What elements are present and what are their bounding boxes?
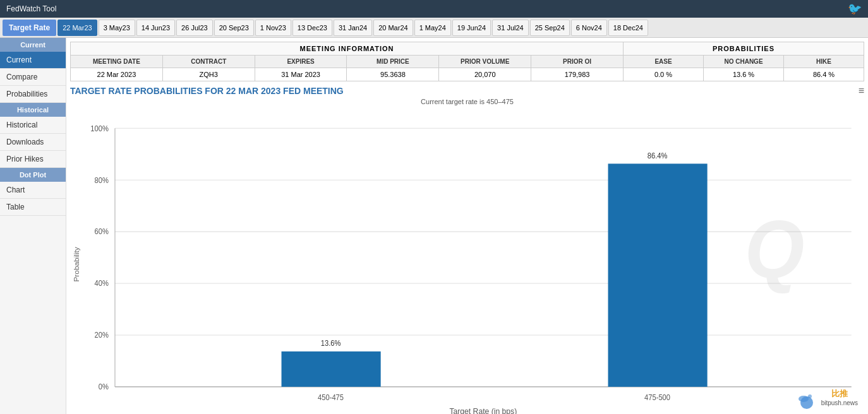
bird-icon [795,385,819,409]
sidebar-item-table[interactable]: Table [0,199,66,216]
sidebar-item-compare[interactable]: Compare [0,69,66,86]
sidebar-item-chart[interactable]: Chart [0,182,66,199]
chart-subtitle: Current target rate is 450–475 [70,98,864,105]
sidebar-section-historical: Historical [0,103,66,117]
date-tab-20-Mar24[interactable]: 20 Mar24 [373,20,413,36]
date-tab-22-Mar23[interactable]: 22 Mar23 [57,20,97,36]
meeting-info-table: MEETING INFORMATION MEETING DATE CONTRAC… [70,42,864,81]
svg-text:13.6%: 13.6% [321,340,341,347]
sidebar-item-downloads[interactable]: Downloads [0,134,66,151]
prob-cell-ease: 0.0 % [624,68,704,81]
date-tab-6-Nov24[interactable]: 6 Nov24 [571,20,607,36]
svg-text:0%: 0% [99,383,109,391]
sidebar-item-historical[interactable]: Historical [0,117,66,134]
chart-svg: 100% 80% 60% 40% 20% 0% Probability [70,108,864,414]
svg-text:100%: 100% [90,124,109,132]
meeting-info-col-headers: MEETING DATE CONTRACT EXPIRES MID PRICE … [71,56,623,68]
svg-text:40%: 40% [95,280,109,287]
meeting-info-header-row: MEETING INFORMATION MEETING DATE CONTRAC… [71,42,864,81]
prob-col-hike: HIKE [784,56,864,68]
date-tab-1-May24[interactable]: 1 May24 [414,20,451,36]
twitter-icon[interactable]: 🐦 [848,2,862,16]
app-title: FedWatch Tool [6,4,56,13]
col-prior-oi: PRIOR OI [531,56,623,68]
cell-mid-price: 95.3638 [347,68,439,81]
prob-col-no-change: NO CHANGE [704,56,784,68]
date-tab-31-Jan24[interactable]: 31 Jan24 [334,20,372,36]
chart-svg-container: 100% 80% 60% 40% 20% 0% Probability [70,108,864,414]
meeting-info-data-row: 22 Mar 2023 ZQH3 31 Mar 2023 95.3638 20,… [71,68,623,81]
prob-col-headers: EASE NO CHANGE HIKE [624,56,864,68]
cell-prior-volume: 20,070 [439,68,531,81]
col-expires: EXPIRES [255,56,347,68]
probabilities-section-title: PROBABILITIES [624,42,864,56]
date-tab-3-May23[interactable]: 3 May23 [99,20,135,36]
svg-text:Target Rate (in bps): Target Rate (in bps) [449,407,517,414]
col-contract: CONTRACT [163,56,255,68]
col-prior-volume: PRIOR VOLUME [439,56,531,68]
date-tab-1-Nov23[interactable]: 1 Nov23 [255,20,291,36]
sidebar-section-current: Current [0,38,66,52]
date-tab-19-Jun24[interactable]: 19 Jun24 [452,20,491,36]
content-area: MEETING INFORMATION MEETING DATE CONTRAC… [66,38,868,414]
svg-text:86.4%: 86.4% [648,151,668,159]
chart-title: TARGET RATE PROBABILITIES FOR 22 MAR 202… [70,86,344,96]
branding-text: 比推 bitpush.news [821,388,858,406]
date-tab-13-Dec23[interactable]: 13 Dec23 [292,20,332,36]
meeting-info-section-title: MEETING INFORMATION [71,42,623,56]
col-meeting-date: MEETING DATE [71,56,163,68]
watermark: Q [745,204,805,295]
probabilities-section: PROBABILITIES EASE NO CHANGE HIKE 0.0 % … [624,42,864,81]
date-tab-18-Dec24[interactable]: 18 Dec24 [608,20,648,36]
prob-cell-hike: 86.4 % [784,68,864,81]
svg-point-22 [808,394,812,398]
date-tab-14-Jun23[interactable]: 14 Jun23 [136,20,175,36]
branding-chinese: 比推 [831,388,848,399]
sidebar-item-probabilities[interactable]: Probabilities [0,86,66,103]
chart-title-bar: TARGET RATE PROBABILITIES FOR 22 MAR 202… [70,85,864,97]
cell-expires: 31 Mar 2023 [255,68,347,81]
date-tab-25-Sep24[interactable]: 25 Sep24 [530,20,570,36]
target-rate-bar: Target Rate 22 Mar233 May2314 Jun2326 Ju… [0,18,868,38]
cell-prior-oi: 179,983 [531,68,623,81]
prob-cell-no-change: 13.6 % [704,68,784,81]
sidebar-item-current[interactable]: Current [0,52,66,69]
meeting-info-left: MEETING INFORMATION MEETING DATE CONTRAC… [71,42,624,81]
date-tab-20-Sep23[interactable]: 20 Sep23 [214,20,254,36]
col-mid-price: MID PRICE [347,56,439,68]
branding-domain: bitpush.news [821,399,858,406]
date-tab-26-Jul23[interactable]: 26 Jul23 [176,20,213,36]
app-header: FedWatch Tool 🐦 [0,0,868,18]
date-tabs-container: 22 Mar233 May2314 Jun2326 Jul2320 Sep231… [57,20,648,36]
prob-col-ease: EASE [624,56,704,68]
svg-text:475-500: 475-500 [644,394,670,401]
chart-area: TARGET RATE PROBABILITIES FOR 22 MAR 202… [66,81,868,414]
main-layout: Current Current Compare Probabilities Hi… [0,38,868,414]
cell-meeting-date: 22 Mar 2023 [71,68,163,81]
bar-450-475 [282,352,381,387]
svg-text:20%: 20% [95,331,109,339]
svg-text:60%: 60% [95,228,109,235]
bar-475-500 [608,163,708,387]
svg-text:450-475: 450-475 [318,394,344,401]
branding: 比推 bitpush.news [795,385,858,409]
sidebar-section-dot-plot: Dot Plot [0,168,66,182]
sidebar: Current Current Compare Probabilities Hi… [0,38,66,414]
svg-point-21 [799,396,809,402]
cell-contract: ZQH3 [163,68,255,81]
date-tab-31-Jul24[interactable]: 31 Jul24 [492,20,529,36]
svg-text:Probability: Probability [73,247,81,282]
svg-text:80%: 80% [95,176,109,184]
target-rate-label[interactable]: Target Rate [3,20,56,36]
prob-data-row: 0.0 % 13.6 % 86.4 % [624,68,864,81]
chart-menu-icon[interactable]: ≡ [859,85,864,97]
sidebar-item-prior-hikes[interactable]: Prior Hikes [0,151,66,168]
